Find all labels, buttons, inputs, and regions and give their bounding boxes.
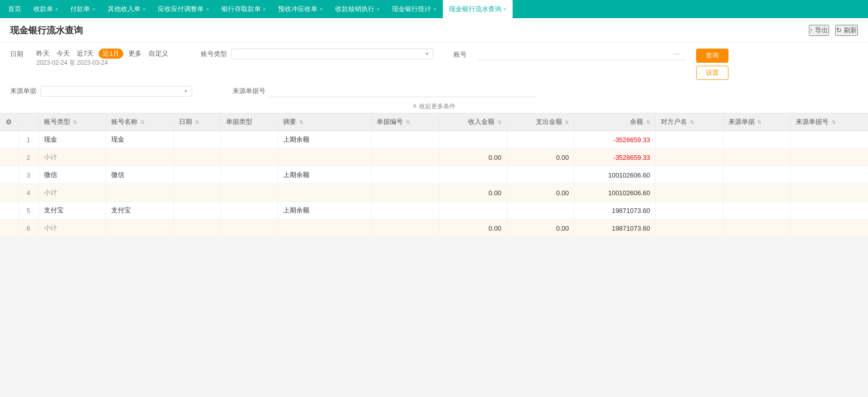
td-account-name-5 — [106, 219, 174, 237]
td-source-doc-no-1 — [791, 149, 868, 166]
td-income-0 — [439, 131, 507, 149]
nav-tab-advance-offset-close[interactable]: × — [319, 6, 323, 12]
td-doc-type-3 — [221, 184, 278, 202]
td-balance-1: -3528659.33 — [574, 149, 656, 166]
nav-tab-collection-exec[interactable]: 收款核销执行 × — [329, 0, 386, 18]
td-account-type-1: 小计 — [38, 149, 106, 166]
source-doc-no-label: 来源单据号 — [233, 86, 265, 96]
td-source-doc-no-5 — [791, 219, 868, 237]
table-body: 1 现金 现金 上期余额 -3528659.33 2 小计 0.00 0.00 … — [0, 131, 868, 237]
td-summary-3 — [278, 184, 372, 202]
table-row[interactable]: 6 小计 0.00 0.00 19871073.60 — [0, 219, 868, 237]
td-source-doc-4 — [723, 202, 791, 219]
nav-tab-collection-exec-close[interactable]: × — [377, 6, 380, 12]
source-doc-label: 来源单据 — [10, 86, 36, 96]
source-doc-no-input[interactable] — [269, 85, 536, 97]
account-type-select[interactable]: ▾ — [231, 49, 433, 59]
table-row[interactable]: 4 小计 0.00 0.00 100102606.60 — [0, 184, 868, 202]
date-yesterday[interactable]: 昨天 — [34, 49, 52, 59]
nav-tab-home[interactable]: 首页 — [2, 0, 27, 18]
td-settings-4 — [0, 202, 18, 219]
source-doc-select[interactable]: ▾ — [40, 86, 192, 97]
table-row[interactable]: 3 微信 微信 上期余额 100102606.60 — [0, 166, 868, 184]
nav-tab-ar-ap-adjust-close[interactable]: × — [206, 6, 209, 12]
td-settings-0 — [0, 131, 18, 149]
table-row[interactable]: 1 现金 现金 上期余额 -3528659.33 — [0, 131, 868, 149]
nav-tab-bank-deposit[interactable]: 银行存取款单 × — [215, 0, 272, 18]
export-button[interactable]: ↑ 导出 — [809, 25, 830, 36]
date-more[interactable]: 更多 — [126, 49, 144, 59]
table-row[interactable]: 2 小计 0.00 0.00 -3528659.33 — [0, 149, 868, 166]
td-counterparty-4 — [656, 202, 723, 219]
td-expense-4 — [507, 202, 574, 219]
th-balance: 余额 ⇅ — [574, 113, 656, 131]
th-account-name: 账号名称 ⇅ — [106, 113, 174, 131]
main-table: ⚙ 账号类型 ⇅ 账号名称 ⇅ 日期 ⇅ 单据类型 — [0, 113, 868, 237]
refresh-button[interactable]: ↻ 刷新 — [835, 25, 858, 36]
th-settings: ⚙ — [0, 113, 18, 131]
th-source-doc-sort-icon[interactable]: ⇅ — [757, 119, 761, 125]
td-account-name-1 — [106, 149, 174, 166]
td-source-doc-5 — [723, 219, 791, 237]
gear-icon[interactable]: ⚙ — [6, 118, 12, 126]
th-source-doc-no-label: 来源单据号 — [796, 118, 829, 125]
td-doc-type-4 — [221, 202, 278, 219]
nav-tab-receipt-close[interactable]: × — [55, 6, 58, 12]
th-income: 收入金额 ⇅ — [439, 113, 507, 131]
th-balance-sort-icon[interactable]: ⇅ — [646, 119, 650, 125]
td-account-name-0: 现金 — [106, 131, 174, 149]
nav-tab-advance-offset[interactable]: 预收冲应收单 × — [272, 0, 329, 18]
th-account-type-sort-icon[interactable]: ⇅ — [73, 119, 77, 125]
th-summary-sort-icon[interactable]: ⇅ — [299, 119, 303, 125]
td-account-type-5: 小计 — [38, 219, 106, 237]
table-row[interactable]: 5 支付宝 支付宝 上期余额 19871073.60 — [0, 202, 868, 219]
th-income-sort-icon[interactable]: ⇅ — [497, 119, 501, 125]
page-header: 现金银行流水查询 ↑ 导出 ↻ 刷新 — [0, 18, 868, 42]
nav-tab-other-income[interactable]: 其他收入单 × — [102, 0, 152, 18]
date-1month[interactable]: 近1月 — [99, 49, 123, 59]
nav-tab-receipt[interactable]: 收款单 × — [27, 0, 64, 18]
date-today[interactable]: 今天 — [55, 49, 72, 59]
account-dots[interactable]: ··· — [673, 50, 680, 59]
td-counterparty-2 — [656, 166, 723, 184]
collapse-bar[interactable]: ∧ 收起更多条件 — [10, 100, 858, 113]
nav-tab-cash-bank-stat-close[interactable]: × — [433, 6, 436, 12]
nav-tab-cash-bank-flow-close[interactable]: × — [504, 6, 507, 12]
td-summary-2: 上期余额 — [278, 166, 372, 184]
source-doc-no-field[interactable] — [271, 86, 534, 96]
settings-button[interactable]: 设置 — [696, 66, 728, 80]
nav-tab-home-label: 首页 — [8, 5, 21, 14]
td-settings-3 — [0, 184, 18, 202]
date-custom[interactable]: 自定义 — [147, 49, 170, 59]
nav-tab-cash-bank-stat[interactable]: 现金银行统计 × — [386, 0, 442, 18]
td-date-1 — [173, 149, 221, 166]
query-button[interactable]: 查询 — [696, 49, 728, 63]
td-income-2 — [439, 166, 507, 184]
nav-tab-bank-deposit-close[interactable]: × — [263, 6, 266, 12]
th-source-doc-no-sort-icon[interactable]: ⇅ — [832, 119, 836, 125]
th-account-name-sort-icon[interactable]: ⇅ — [141, 119, 145, 125]
th-expense-sort-icon[interactable]: ⇅ — [565, 119, 569, 125]
th-summary: 摘要 ⇅ — [278, 113, 372, 131]
nav-tab-payment[interactable]: 付款单 × — [64, 0, 101, 18]
td-source-doc-2 — [723, 166, 791, 184]
td-settings-1 — [0, 149, 18, 166]
account-input[interactable]: ··· — [478, 49, 686, 60]
td-expense-0 — [507, 131, 574, 149]
nav-tab-ar-ap-adjust[interactable]: 应收应付调整单 × — [152, 0, 215, 18]
th-doc-no-sort-icon[interactable]: ⇅ — [406, 119, 410, 125]
td-settings-2 — [0, 166, 18, 184]
nav-tab-payment-close[interactable]: × — [92, 6, 95, 12]
th-expense-label: 支出金额 — [536, 118, 562, 125]
nav-tab-other-income-close[interactable]: × — [143, 6, 146, 12]
nav-tab-advance-offset-label: 预收冲应收单 — [278, 5, 317, 14]
table-wrap: ⚙ 账号类型 ⇅ 账号名称 ⇅ 日期 ⇅ 单据类型 — [0, 113, 868, 237]
th-balance-label: 余额 — [630, 118, 643, 125]
date-7days[interactable]: 近7天 — [75, 49, 96, 59]
th-source-doc-label: 来源单据 — [728, 118, 755, 125]
th-source-doc-no: 来源单据号 ⇅ — [791, 113, 868, 131]
th-date-sort-icon[interactable]: ⇅ — [195, 119, 199, 125]
td-date-3 — [173, 184, 221, 202]
th-counterparty-sort-icon[interactable]: ⇅ — [690, 119, 694, 125]
nav-tab-cash-bank-flow[interactable]: 现金银行流水查询 × — [443, 0, 513, 18]
